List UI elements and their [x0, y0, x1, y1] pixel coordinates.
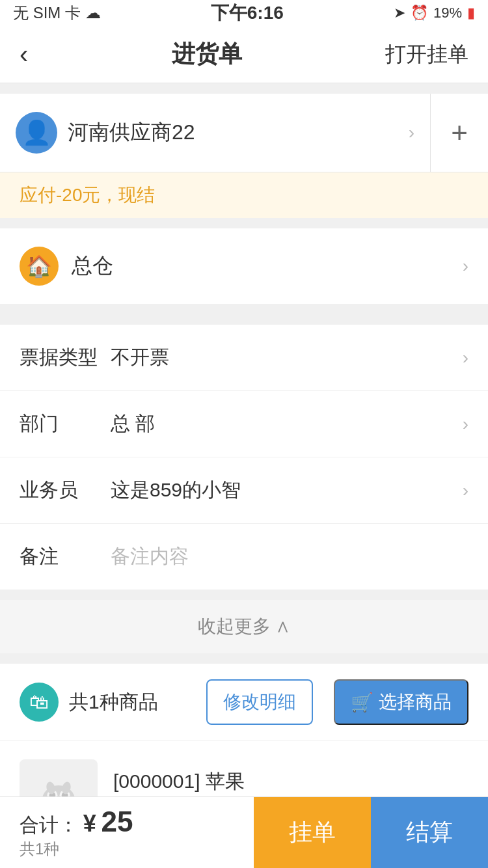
- product-header: 🛍 共1种商品 修改明细 🛒 选择商品: [0, 664, 488, 740]
- department-value: 总 部: [98, 411, 463, 437]
- total-amount: 25: [102, 806, 133, 837]
- supplier-avatar: 👤: [16, 112, 57, 154]
- collapse-label: 收起更多 ∧: [198, 616, 291, 636]
- remark-row[interactable]: 备注 备注内容: [0, 524, 488, 590]
- department-label: 部门: [20, 411, 98, 437]
- avatar-icon: 👤: [22, 119, 51, 146]
- status-time: 下午6:16: [211, 1, 284, 25]
- location-icon: ➤: [394, 5, 405, 21]
- warehouse-section[interactable]: 🏠 总仓 ›: [0, 228, 488, 304]
- invoice-type-label: 票据类型: [20, 344, 98, 371]
- checkout-button[interactable]: 结算: [371, 797, 488, 868]
- page-title: 进货单: [172, 38, 242, 70]
- collapse-bar[interactable]: 收起更多 ∧: [0, 600, 488, 653]
- add-supplier-button[interactable]: +: [431, 94, 488, 172]
- invoice-type-row[interactable]: 票据类型 不开票 ›: [0, 325, 488, 391]
- home-icon: 🏠: [26, 254, 52, 278]
- warehouse-icon: 🏠: [20, 247, 59, 286]
- supplier-section: 👤 河南供应商22 › +: [0, 94, 488, 172]
- department-row[interactable]: 部门 总 部 ›: [0, 391, 488, 457]
- total-prefix: ¥: [83, 810, 96, 837]
- invoice-type-value: 不开票: [98, 344, 463, 371]
- salesperson-label: 业务员: [20, 477, 98, 504]
- warehouse-chevron-icon: ›: [463, 256, 468, 277]
- bag-icon: 🛍: [29, 691, 49, 713]
- total-label: 合计：: [20, 814, 78, 835]
- warehouse-name: 总仓: [72, 252, 450, 280]
- department-chevron-icon: ›: [463, 414, 468, 435]
- back-button[interactable]: ‹: [20, 40, 28, 69]
- open-hang-button[interactable]: 打开挂单: [385, 40, 468, 69]
- total-section: 合计： ¥ 25 共1种: [0, 797, 254, 868]
- remark-input[interactable]: 备注内容: [98, 543, 468, 570]
- product-name: [0000001] 苹果: [113, 768, 414, 795]
- total-row: 合计： ¥ 25: [20, 806, 234, 839]
- bottom-bar: 合计： ¥ 25 共1种 挂单 结算: [0, 796, 488, 868]
- form-section: 票据类型 不开票 › 部门 总 部 › 业务员 这是859的小智 › 备注 备注…: [0, 325, 488, 590]
- salesperson-row[interactable]: 业务员 这是859的小智 ›: [0, 457, 488, 524]
- battery-icon: ▮: [467, 5, 475, 21]
- cart-icon: 🛒: [351, 692, 373, 713]
- no-sim-text: 无 SIM 卡 ☁: [13, 3, 101, 23]
- notice-text: 应付-20元，现结: [20, 185, 155, 205]
- chevron-right-icon: ›: [409, 122, 414, 143]
- supplier-name: 河南供应商22: [68, 118, 398, 147]
- battery-text: 19%: [433, 5, 462, 21]
- select-product-button[interactable]: 🛒 选择商品: [334, 679, 468, 725]
- nav-bar: ‹ 进货单 打开挂单: [0, 26, 488, 83]
- hang-button[interactable]: 挂单: [254, 797, 371, 868]
- total-sub: 共1种: [20, 839, 234, 860]
- salesperson-chevron-icon: ›: [463, 480, 468, 501]
- invoice-chevron-icon: ›: [463, 347, 468, 368]
- status-bar: 无 SIM 卡 ☁ 下午6:16 ➤ ⏰ 19% ▮: [0, 0, 488, 26]
- product-count-text: 共1种商品: [69, 689, 196, 716]
- status-left: 无 SIM 卡 ☁: [13, 3, 101, 23]
- salesperson-value: 这是859的小智: [98, 477, 463, 504]
- select-product-label: 选择商品: [379, 690, 452, 714]
- edit-detail-button[interactable]: 修改明细: [206, 679, 313, 725]
- product-count-icon: 🛍: [20, 683, 59, 722]
- remark-label: 备注: [20, 543, 98, 570]
- alarm-icon: ⏰: [411, 5, 428, 21]
- status-right: ➤ ⏰ 19% ▮: [394, 5, 475, 21]
- supplier-selector[interactable]: 👤 河南供应商22 ›: [0, 94, 431, 172]
- notice-bar: 应付-20元，现结: [0, 172, 488, 218]
